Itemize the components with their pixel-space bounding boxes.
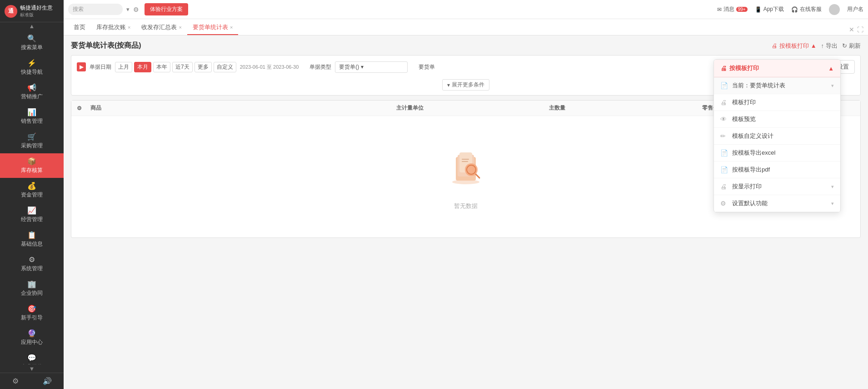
app-download-label: App下载 <box>763 5 784 13</box>
bill-type-select[interactable]: 要货单() ▾ <box>335 61 408 73</box>
tab-receipt[interactable]: 收发存汇总表 × <box>136 20 187 35</box>
enterprise-icon: 🏢 <box>27 280 36 288</box>
app-download-btn[interactable]: 📱 App下载 <box>755 5 784 13</box>
service-icon: 🎧 <box>791 6 798 13</box>
sidebar-item-quicknav[interactable]: ⚡ 快捷导航 <box>0 55 64 80</box>
sidebar-item-operation[interactable]: 📈 经营管理 <box>0 202 64 227</box>
date-btn-7days[interactable]: 近7天 <box>172 62 193 72</box>
export-label: 导出 <box>826 42 838 50</box>
sidebar-help-btn[interactable]: 🔊 <box>43 377 52 385</box>
set-default-icon: ⚙ <box>720 200 728 207</box>
sidebar-item-finance[interactable]: 💰 资金管理 <box>0 178 64 202</box>
empty-illustration <box>443 143 489 197</box>
message-btn[interactable]: ✉ 消息 99+ <box>717 5 748 13</box>
dropdown-template-preview[interactable]: 👁 模板预览 <box>714 111 840 128</box>
sidebar-item-inventory[interactable]: 📦 库存核算 <box>0 153 64 178</box>
customer-service-btn[interactable]: 🎧 在线客服 <box>791 5 822 13</box>
sidebar-item-label: 采购管理 <box>21 142 43 150</box>
search-menu-icon: 🔍 <box>27 34 36 43</box>
sidebar-settings-btn[interactable]: ⚙ <box>12 377 19 385</box>
current-template-label: 当前：要货单统计表 <box>732 81 785 90</box>
print-chevron-icon: ▲ <box>811 42 817 49</box>
filter-expand-arrow[interactable]: ▶ <box>77 62 86 71</box>
sidebar-item-label: 销售管理 <box>21 117 43 125</box>
topbar-search-display[interactable]: 搜索 <box>68 4 123 15</box>
sidebar-item-appstore[interactable]: 🔮 应用中心 <box>0 325 64 350</box>
sidebar-scroll-up[interactable]: ▲ <box>0 22 64 30</box>
sidebar-item-label: 快捷导航 <box>21 68 43 76</box>
marketing-icon: 📢 <box>27 83 36 92</box>
topbar-gear-icon[interactable]: ⚙ <box>133 6 139 13</box>
template-preview-icon: 👁 <box>720 116 728 123</box>
expand-more-btn[interactable]: ▾ 展开更多条件 <box>442 79 489 91</box>
sidebar-item-marketing[interactable]: 📢 营销推广 <box>0 80 64 104</box>
export-excel-label: 按模板导出excel <box>732 149 775 157</box>
wechat-icon: 💬 <box>27 354 36 362</box>
date-btn-more[interactable]: 更多 <box>195 62 212 72</box>
expand-label: 展开更多条件 <box>452 81 484 89</box>
display-print-icon: 🖨 <box>720 183 728 190</box>
date-btn-custom[interactable]: 自定义 <box>214 62 236 72</box>
empty-text: 暂无数据 <box>454 202 478 210</box>
dropdown-set-default[interactable]: ⚙ 设置默认功能 ▾ <box>714 195 840 212</box>
bill-type-value: 要货单() <box>339 63 359 71</box>
tab-batch-close[interactable]: × <box>128 25 130 30</box>
col-qty: 主数量 <box>549 104 702 112</box>
appstore-icon: 🔮 <box>27 329 36 338</box>
print-template-label: 按模板打印 <box>779 42 809 50</box>
trial-btn[interactable]: 体验行业方案 <box>145 3 188 15</box>
print-template-btn[interactable]: 🖨 按模板打印 ▲ <box>772 42 817 50</box>
export-icon: ↑ <box>821 42 824 49</box>
print-template-dropdown: 🖨 按模板打印 ▲ 📄 当前：要货单统计表 ▾ 🖨 模板打印 👁 模板预览 <box>713 59 841 212</box>
dropdown-template-print[interactable]: 🖨 模板打印 <box>714 94 840 111</box>
dropdown-current-template[interactable]: 📄 当前：要货单统计表 ▾ <box>714 77 840 94</box>
sidebar-item-sales[interactable]: 📊 销售管理 <box>0 104 64 129</box>
user-avatar[interactable] <box>829 4 840 15</box>
tab-batch[interactable]: 库存批次账 × <box>91 20 136 35</box>
topbar-dropdown-arrow[interactable]: ▾ <box>126 6 130 13</box>
print-icon: 🖨 <box>772 42 778 49</box>
expand-window-btn[interactable]: ⛶ <box>857 26 863 33</box>
sidebar-item-search[interactable]: 🔍 搜索菜单 <box>0 30 64 55</box>
date-btn-this-month[interactable]: 本月 <box>134 62 151 72</box>
logo-area: 通 畅捷通好生意 标准版 <box>0 0 64 22</box>
export-excel-icon: 📄 <box>720 149 728 157</box>
dropdown-export-pdf[interactable]: 📄 按模板导出pdf <box>714 162 840 178</box>
date-label: 单据日期 <box>90 63 111 71</box>
quicknav-icon: ⚡ <box>27 59 36 67</box>
dropdown-collapse-icon[interactable]: ▲ <box>828 65 834 72</box>
tab-home[interactable]: 首页 <box>68 20 91 35</box>
sidebar-item-system[interactable]: ⚙ 系统管理 <box>0 252 64 276</box>
sidebar-item-purchase[interactable]: 🛒 采购管理 <box>0 129 64 153</box>
tab-receipt-close[interactable]: × <box>179 25 181 30</box>
tab-order-stat-close[interactable]: × <box>230 25 233 30</box>
topbar: 搜索 ▾ ⚙ 体验行业方案 ✉ 消息 99+ 📱 App下载 🎧 在线客服 用户… <box>64 0 868 19</box>
dropdown-template-custom[interactable]: ✏ 模板自定义设计 <box>714 128 840 145</box>
date-btn-last-month[interactable]: 上月 <box>115 62 132 72</box>
tab-order-stat[interactable]: 要货单统计表 × <box>187 20 238 35</box>
sidebar-item-basic[interactable]: 📋 基础信息 <box>0 227 64 252</box>
refresh-btn[interactable]: ↻ 刷新 <box>842 42 861 50</box>
close-window-btn[interactable]: ✕ <box>849 26 854 33</box>
message-badge: 99+ <box>736 7 748 12</box>
col-settings[interactable]: ⚙ <box>77 105 90 111</box>
sidebar-nav: 🔍 搜索菜单 ⚡ 快捷导航 📢 营销推广 📊 销售管理 🛒 采购管理 📦 库存核… <box>0 30 64 364</box>
sidebar-item-wechat[interactable]: 💬 企业微信 <box>0 350 64 364</box>
sidebar-scroll-down[interactable]: ▼ <box>0 364 64 373</box>
app-version: 标准版 <box>20 12 53 18</box>
dropdown-export-excel[interactable]: 📄 按模板导出excel <box>714 145 840 162</box>
system-icon: ⚙ <box>29 255 35 264</box>
select-chevron-icon: ▾ <box>361 64 364 70</box>
dropdown-title-group: 🖨 按模板打印 <box>720 64 759 72</box>
export-btn[interactable]: ↑ 导出 <box>821 42 838 50</box>
window-controls: ✕ ⛶ <box>849 26 863 35</box>
sidebar-item-guide[interactable]: 🎯 新手引导 <box>0 301 64 325</box>
template-print-label: 模板打印 <box>732 98 756 106</box>
topbar-right: ✉ 消息 99+ 📱 App下载 🎧 在线客服 用户名 <box>717 4 863 15</box>
sidebar-item-label: 应用中心 <box>21 338 43 346</box>
col-product: 商品 <box>90 104 396 112</box>
date-btn-this-year[interactable]: 本年 <box>153 62 170 72</box>
order-type-label: 要货单 <box>419 63 435 71</box>
sidebar-item-enterprise[interactable]: 🏢 企业协同 <box>0 276 64 301</box>
dropdown-display-print[interactable]: 🖨 按显示打印 ▾ <box>714 178 840 195</box>
